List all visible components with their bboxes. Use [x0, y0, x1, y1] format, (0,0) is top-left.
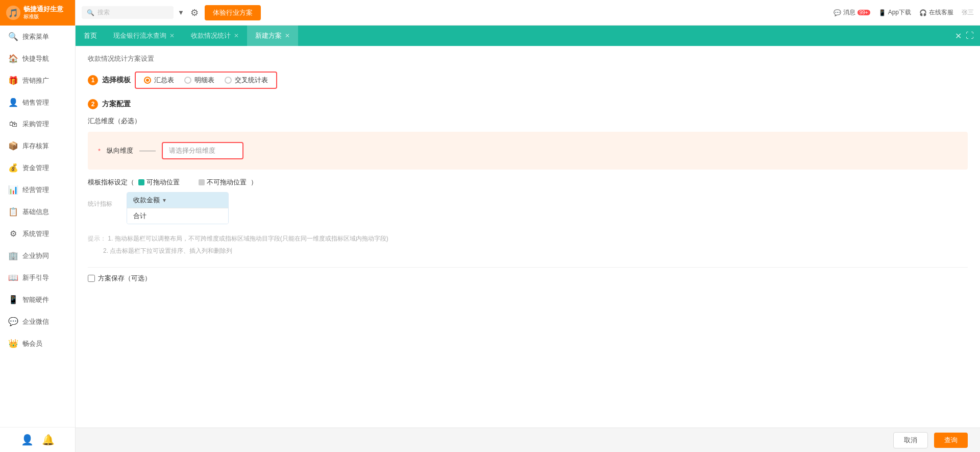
sidebar-item-smart-hardware[interactable]: 📱 智能硬件 [0, 289, 75, 311]
required-star: * [98, 147, 101, 155]
dimension-row: * 纵向维度 —— 请选择分组维度 [98, 142, 958, 159]
crown-icon: 👑 [8, 339, 18, 348]
tips-title: 提示： [88, 235, 106, 242]
tab-collection-stats-close[interactable]: ✕ [234, 32, 239, 39]
sidebar-item-marketing[interactable]: 🎁 营销推广 [0, 69, 75, 91]
tab-collection-stats[interactable]: 收款情况统计 ✕ [183, 26, 247, 46]
notification-badge: 99+ [857, 10, 870, 15]
radio-summary-label: 汇总表 [154, 76, 174, 85]
metrics-header-row[interactable]: 收款金额 ▾ [127, 193, 228, 208]
sidebar-item-sales[interactable]: 👤 销售管理 [0, 91, 75, 113]
config-section: 汇总维度（必选） * 纵向维度 —— 请选择分组维度 模板指标设定（ [88, 116, 968, 257]
step2-num: 2 [88, 99, 98, 109]
bell-footer-icon[interactable]: 🔔 [42, 434, 55, 446]
save-option-label: 方案保存（可选） [98, 274, 151, 283]
money-icon: 💰 [8, 163, 18, 173]
sidebar-item-member[interactable]: 👑 畅会员 [0, 332, 75, 354]
save-checkbox[interactable] [88, 275, 95, 282]
query-button[interactable]: 查询 [934, 433, 968, 448]
sidebar-item-label: 采购管理 [22, 120, 49, 129]
header-right: 💬 消息 99+ 📱 App下载 🎧 在线客服 张三 [834, 8, 974, 17]
sidebar-item-enterprise-wechat[interactable]: 💬 企业微信 [0, 311, 75, 332]
sidebar-item-inventory[interactable]: 📦 库存核算 [0, 135, 75, 157]
notification-label: 消息 [843, 8, 855, 17]
sidebar-item-label: 快捷导航 [22, 54, 49, 63]
download-icon: 📱 [878, 9, 886, 16]
gear-icon: ⚙ [8, 229, 18, 239]
sidebar-item-label: 营销推广 [22, 76, 49, 85]
building-icon: 🏢 [8, 251, 18, 260]
sidebar-item-label: 企业微信 [22, 317, 49, 326]
radio-crosstab[interactable]: 交叉统计表 [225, 76, 268, 85]
sidebar-item-enterprise-collab[interactable]: 🏢 企业协同 [0, 245, 75, 267]
dimension-placeholder: 请选择分组维度 [169, 147, 215, 154]
sidebar-item-basic-info[interactable]: 📋 基础信息 [0, 201, 75, 223]
tab-bank-flow-label: 现金银行流水查询 [113, 31, 166, 40]
sidebar-logo: 🎵 畅捷通好生意 标准版 [0, 0, 75, 26]
radio-summary[interactable]: 汇总表 [144, 76, 174, 85]
metrics-config-separator [186, 178, 192, 187]
shopping-icon: 🛍 [8, 120, 18, 129]
tab-home[interactable]: 首页 [76, 26, 105, 46]
close-window-icon[interactable]: ✕ [955, 31, 962, 41]
toggle-draggable-label: 可拖动位置 [146, 178, 180, 187]
vertical-dimension-label: 纵向维度 [107, 146, 133, 155]
home-icon: 🏠 [8, 54, 18, 63]
user-footer-icon[interactable]: 👤 [21, 434, 34, 446]
sidebar: 🎵 畅捷通好生意 标准版 🔍 搜索菜单 🏠 快捷导航 🎁 营销推广 👤 销售管理… [0, 0, 76, 452]
header-search-box[interactable]: 🔍 搜索 [82, 6, 174, 19]
tab-bar: 首页 现金银行流水查询 ✕ 收款情况统计 ✕ 新建方案 ✕ ✕ ⛶ [76, 26, 980, 46]
toggle-draggable-dot [138, 179, 144, 185]
user-icon: 👤 [8, 98, 18, 107]
radio-detail[interactable]: 明细表 [184, 76, 214, 85]
gift-icon: 🎁 [8, 76, 18, 85]
step1-section: 1 选择模板 汇总表 明细表 交叉统计表 [88, 72, 968, 89]
sidebar-item-system[interactable]: ⚙ 系统管理 [0, 223, 75, 245]
toggle-nondraggable-label: 不可拖动位置 [207, 178, 247, 187]
stats-label-area: 统计指标 [88, 192, 118, 224]
dimension-label: 汇总维度（必选） [88, 116, 968, 126]
sidebar-item-purchase[interactable]: 🛍 采购管理 [0, 113, 75, 135]
radio-detail-circle [184, 77, 191, 84]
settings-icon[interactable]: ⚙ [190, 7, 199, 18]
app-download-item[interactable]: 📱 App下载 [878, 8, 911, 17]
breadcrumb: 收款情况统计方案设置 [88, 54, 968, 63]
maximize-icon[interactable]: ⛶ [966, 31, 974, 40]
dropdown-icon[interactable]: ▼ [178, 9, 184, 16]
sidebar-item-search[interactable]: 🔍 搜索菜单 [0, 26, 75, 47]
content-area: 收款情况统计方案设置 1 选择模板 汇总表 明细表 交 [76, 46, 980, 427]
tab-home-label: 首页 [84, 31, 97, 40]
cancel-button[interactable]: 取消 [893, 432, 928, 448]
trial-button[interactable]: 体验行业方案 [205, 5, 261, 20]
clipboard-icon: 📋 [8, 207, 18, 217]
radio-crosstab-label: 交叉统计表 [235, 76, 268, 85]
dimension-area: * 纵向维度 —— 请选择分组维度 [88, 132, 968, 170]
toggle-draggable[interactable]: 可拖动位置 [138, 178, 180, 187]
sidebar-item-label: 资金管理 [22, 163, 49, 173]
sidebar-footer: 👤 🔔 [0, 427, 75, 452]
app-sub: 标准版 [23, 13, 63, 20]
metrics-config-label-suffix: ） [251, 178, 257, 187]
sidebar-item-newbie-guide[interactable]: 📖 新手引导 [0, 267, 75, 289]
sidebar-item-label: 系统管理 [22, 229, 49, 239]
step1-header: 1 选择模板 汇总表 明细表 交叉统计表 [88, 72, 968, 89]
logo-icon: 🎵 [6, 6, 20, 20]
radio-summary-circle [144, 77, 151, 84]
radio-crosstab-circle [225, 77, 232, 84]
tab-new-plan[interactable]: 新建方案 ✕ [247, 26, 298, 46]
sidebar-item-finance[interactable]: 💰 资金管理 [0, 157, 75, 179]
tabs-actions: ✕ ⛶ [955, 31, 980, 41]
notification-item[interactable]: 💬 消息 99+ [834, 8, 870, 17]
dimension-select[interactable]: 请选择分组维度 [162, 142, 243, 159]
toggle-nondraggable[interactable]: 不可拖动位置 [199, 178, 247, 187]
sidebar-item-quick-nav[interactable]: 🏠 快捷导航 [0, 47, 75, 69]
user-name: 张三 [962, 8, 974, 17]
step2-title: 方案配置 [102, 100, 131, 109]
headset-icon: 🎧 [919, 9, 927, 16]
tab-bank-flow-close[interactable]: ✕ [169, 32, 175, 39]
sidebar-item-operations[interactable]: 📊 经营管理 [0, 179, 75, 201]
tab-bank-flow[interactable]: 现金银行流水查询 ✕ [105, 26, 183, 46]
online-service-label: 在线客服 [929, 8, 953, 17]
online-service-item[interactable]: 🎧 在线客服 [919, 8, 953, 17]
tab-new-plan-close[interactable]: ✕ [285, 32, 290, 39]
